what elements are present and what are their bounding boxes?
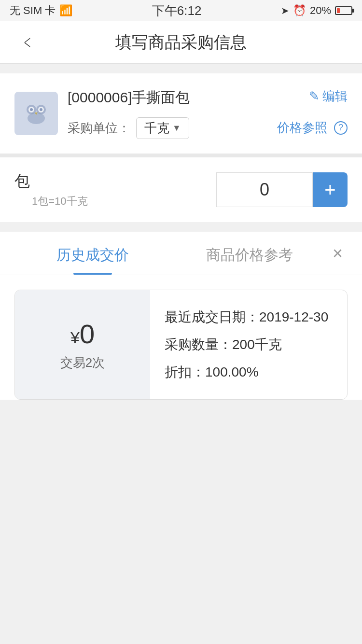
- carrier-text: 无 SIM 卡: [10, 3, 56, 18]
- svg-point-5: [40, 108, 42, 111]
- page-title: 填写商品采购信息: [115, 31, 247, 54]
- price-left: ¥0 交易2次: [15, 290, 150, 399]
- alarm-icon: ⏰: [293, 4, 306, 17]
- price-right: 最近成交日期：2019-12-30 采购数量：200千克 折扣：100.00%: [150, 290, 347, 399]
- quantity-row: 包 1包=10千克 0 +: [0, 157, 362, 222]
- info-icon: ?: [334, 121, 348, 135]
- status-bar: 无 SIM 卡 📶 下午6:12 ➤ ⏰ 20%: [0, 0, 362, 21]
- edit-button[interactable]: ✎ 编辑: [309, 88, 348, 105]
- product-unit-row: 采购单位： 千克 ▼: [68, 117, 190, 139]
- unit-value: 千克: [144, 120, 169, 137]
- quantity-input[interactable]: 0: [216, 172, 313, 207]
- quantity-unit: 包: [14, 171, 88, 192]
- price-purchase-qty-label: 采购数量：: [165, 337, 232, 352]
- product-header: [0000006]手撕面包 采购单位： 千克 ▼ ✎ 编辑 价格参照 ?: [14, 88, 348, 139]
- quantity-label-wrap: 包 1包=10千克: [14, 171, 88, 209]
- price-card: ¥0 交易2次 最近成交日期：2019-12-30 采购数量：200千克 折扣：…: [14, 290, 348, 400]
- tab-close-button[interactable]: ×: [328, 238, 348, 268]
- product-image: [14, 92, 58, 135]
- tabs-container: 历史成交价 商品价格参考 × ¥0 交易2次 最近成交日期：2019-12-30…: [0, 232, 362, 400]
- edit-label: 编辑: [322, 88, 348, 105]
- battery-percent: 20%: [310, 4, 331, 17]
- edit-icon: ✎: [309, 89, 320, 104]
- quantity-controls: 0 +: [216, 172, 348, 207]
- svg-point-4: [30, 108, 33, 111]
- unit-label: 采购单位：: [68, 120, 130, 137]
- price-purchase-qty-value: 200千克: [232, 337, 282, 352]
- status-time: 下午6:12: [152, 2, 202, 19]
- unit-arrow-icon: ▼: [172, 123, 181, 133]
- tab-product-price-ref[interactable]: 商品价格参考: [171, 232, 327, 275]
- product-info: [0000006]手撕面包 采购单位： 千克 ▼: [68, 88, 190, 139]
- tab-product-price-ref-label: 商品价格参考: [206, 247, 293, 263]
- price-ref-label: 价格参照: [277, 119, 327, 136]
- main-background: [0, 414, 362, 644]
- back-button[interactable]: ﹤: [14, 26, 42, 59]
- quantity-value: 0: [260, 180, 269, 200]
- product-name: [0000006]手撕面包: [68, 88, 190, 108]
- tab-history-price[interactable]: 历史成交价: [14, 232, 171, 275]
- wifi-icon: 📶: [59, 4, 72, 17]
- price-amount: ¥0: [70, 318, 95, 350]
- price-discount-row: 折扣：100.00%: [165, 363, 333, 381]
- tabs-header: 历史成交价 商品价格参考 ×: [0, 232, 362, 275]
- unit-select[interactable]: 千克 ▼: [136, 117, 189, 139]
- price-recent-date-value: 2019-12-30: [259, 309, 328, 324]
- price-recent-date-row: 最近成交日期：2019-12-30: [165, 308, 333, 326]
- price-discount-value: 100.00%: [205, 364, 259, 379]
- price-purchase-qty-row: 采购数量：200千克: [165, 335, 333, 354]
- tab-history-price-label: 历史成交价: [56, 247, 129, 263]
- price-trans-count: 交易2次: [60, 354, 105, 371]
- location-icon: ➤: [281, 5, 289, 16]
- price-currency: ¥: [70, 328, 80, 347]
- battery-indicator: [335, 6, 352, 15]
- nav-bar: ﹤ 填写商品采购信息: [0, 21, 362, 64]
- price-recent-date-label: 最近成交日期：: [165, 309, 259, 324]
- quantity-sub: 1包=10千克: [32, 194, 88, 209]
- quantity-unit-char: 包: [14, 171, 30, 192]
- product-card: [0000006]手撕面包 采购单位： 千克 ▼ ✎ 编辑 价格参照 ?: [0, 73, 362, 154]
- price-ref-button[interactable]: 价格参照 ?: [277, 119, 348, 136]
- price-value: 0: [80, 319, 95, 349]
- product-left: [0000006]手撕面包 采购单位： 千克 ▼: [14, 88, 190, 139]
- status-right: ➤ ⏰ 20%: [281, 4, 352, 17]
- price-discount-label: 折扣：: [165, 364, 205, 379]
- status-carrier: 无 SIM 卡 📶: [10, 3, 72, 18]
- owl-icon: [22, 99, 51, 128]
- card-divider: [0, 154, 362, 157]
- quantity-plus-button[interactable]: +: [313, 172, 348, 207]
